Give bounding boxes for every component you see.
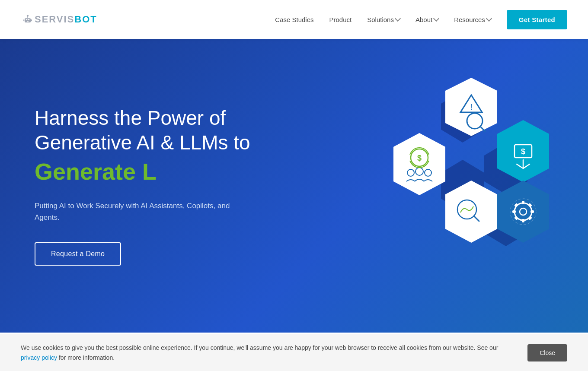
svg-rect-0 xyxy=(25,18,31,22)
cookie-close-button[interactable]: Close xyxy=(527,344,567,361)
nav-links: Case Studies Product Solutions About Res… xyxy=(275,10,567,29)
svg-text:$: $ xyxy=(417,154,422,162)
hero-content: Harness the Power of Generative AI & LLM… xyxy=(35,106,250,266)
logo[interactable]: SERVIS BOT xyxy=(21,13,97,25)
hex-cluster-svg: ! $ $ xyxy=(363,78,553,294)
hex-illustration: ! $ $ xyxy=(363,78,553,294)
privacy-policy-link[interactable]: privacy policy xyxy=(21,354,57,361)
svg-rect-24 xyxy=(522,219,524,222)
hero-generate-text: Generate L xyxy=(35,159,250,184)
nav-solutions[interactable]: Solutions xyxy=(367,16,400,23)
chevron-down-icon xyxy=(433,16,439,22)
logo-robot-icon xyxy=(22,13,34,25)
hero-subtitle: Putting AI to Work Securely with AI Assi… xyxy=(35,200,242,223)
hex-left xyxy=(393,133,445,195)
svg-rect-2 xyxy=(28,19,30,20)
request-demo-button[interactable]: Request a Demo xyxy=(35,242,121,266)
nav-product[interactable]: Product xyxy=(329,16,352,23)
svg-text:!: ! xyxy=(470,102,473,112)
svg-text:$: $ xyxy=(521,147,525,156)
chevron-down-icon xyxy=(395,16,401,22)
logo-bot-text: BOT xyxy=(74,14,97,25)
svg-rect-23 xyxy=(522,201,524,204)
svg-rect-1 xyxy=(26,19,28,20)
hero-title: Harness the Power of Generative AI & LLM… xyxy=(35,106,250,155)
cookie-banner: We use cookies to give you the best poss… xyxy=(0,334,588,371)
svg-rect-3 xyxy=(27,21,29,22)
nav-about[interactable]: About xyxy=(415,16,438,23)
svg-rect-26 xyxy=(530,210,534,213)
svg-rect-6 xyxy=(23,19,24,21)
svg-point-5 xyxy=(27,15,29,17)
nav-resources[interactable]: Resources xyxy=(454,16,491,23)
hero-section: Harness the Power of Generative AI & LLM… xyxy=(0,39,588,333)
logo-servis-text: SERVIS xyxy=(35,14,74,25)
navbar: SERVIS BOT Case Studies Product Solution… xyxy=(0,0,588,39)
svg-rect-25 xyxy=(512,210,516,213)
nav-case-studies[interactable]: Case Studies xyxy=(275,16,313,23)
get-started-button[interactable]: Get Started xyxy=(507,10,567,29)
cookie-text: We use cookies to give you the best poss… xyxy=(21,343,510,362)
chevron-down-icon xyxy=(486,16,492,22)
svg-rect-7 xyxy=(31,19,32,21)
